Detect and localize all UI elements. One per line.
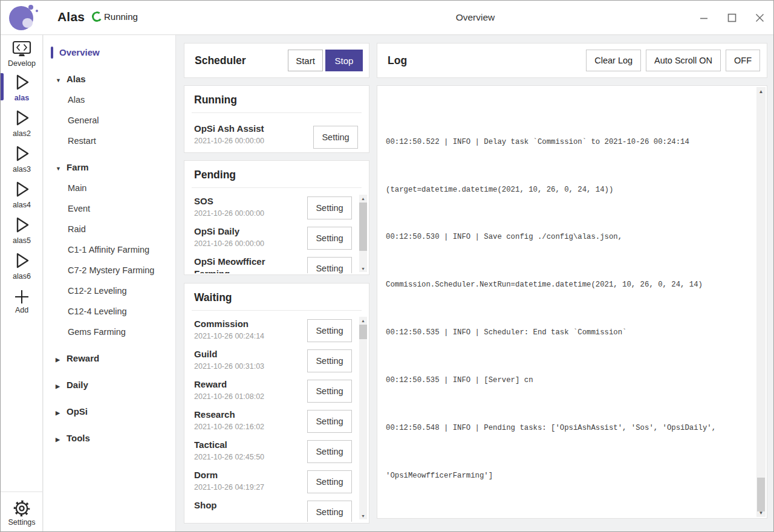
- maximize-button[interactable]: [718, 1, 746, 35]
- nav-item[interactable]: ▼Farm: [44, 157, 175, 178]
- task-setting-button[interactable]: Setting: [307, 440, 352, 463]
- log-line: Commission.Scheduler.NextRun=datetime.da…: [386, 279, 755, 291]
- task-row: Commission 2021-10-26 00:24:14 Setting: [194, 316, 354, 346]
- nav-item[interactable]: Restart: [44, 131, 175, 151]
- nav-item[interactable]: Main: [44, 178, 175, 198]
- task-row: Guild 2021-10-26 00:31:03 Setting: [194, 346, 354, 377]
- nav-item[interactable]: ▶Reward: [44, 348, 175, 369]
- waiting-scrollbar[interactable]: ▲ ▼: [359, 317, 367, 519]
- plus-icon: [13, 288, 30, 305]
- nav-item[interactable]: Overview: [44, 42, 175, 63]
- nav-item-label: Farm: [67, 162, 89, 172]
- rail-item-instance[interactable]: alas4: [1, 176, 43, 212]
- rail-item-develop[interactable]: Develop: [1, 35, 43, 69]
- waiting-task-list: Commission 2021-10-26 00:24:14 Setting G…: [194, 316, 354, 522]
- nav-item[interactable]: Event: [44, 198, 175, 219]
- pending-task-list: SOS 2021-10-26 00:00:00 Setting OpSi Dai…: [194, 193, 354, 273]
- window-title: Overview: [456, 12, 495, 23]
- task-name: SOS: [194, 193, 301, 207]
- rail-item-label: alas2: [13, 129, 31, 138]
- scheduler-stop-button[interactable]: Stop: [325, 50, 363, 71]
- maximize-icon: [727, 13, 737, 22]
- app-title: Alas: [57, 10, 85, 24]
- rail-item-instance[interactable]: alas3: [1, 140, 43, 176]
- log-output[interactable]: 00:12:50.522 | INFO | Delay task `Commis…: [386, 89, 755, 516]
- task-setting-button[interactable]: Setting: [307, 319, 352, 342]
- task-row: Reward 2021-10-26 01:08:02 Setting: [194, 377, 354, 407]
- nav-item[interactable]: C12-4 Leveling: [44, 301, 175, 322]
- rail-item-instance[interactable]: alas6: [1, 247, 43, 283]
- scroll-down-icon[interactable]: ▼: [359, 265, 367, 272]
- expand-arrow-icon: ▶: [56, 349, 67, 370]
- nav-item[interactable]: Gems Farming: [44, 322, 175, 342]
- scrollbar-thumb[interactable]: [757, 478, 765, 511]
- clear-log-button[interactable]: Clear Log: [586, 50, 641, 71]
- rail-item-instance[interactable]: alas5: [1, 212, 43, 247]
- task-setting-button[interactable]: Setting: [307, 470, 352, 493]
- rail-item-label: alas: [15, 94, 29, 102]
- nav-item-label: Main: [68, 183, 86, 193]
- scroll-up-icon[interactable]: ▲: [756, 87, 766, 96]
- logo-highlight: [22, 18, 33, 28]
- task-setting-button[interactable]: Setting: [307, 501, 352, 522]
- nav-item[interactable]: C7-2 Mystery Farming: [44, 260, 175, 281]
- scroll-up-icon[interactable]: ▲: [359, 317, 367, 324]
- nav-item[interactable]: ▶OpSi: [44, 401, 175, 422]
- scroll-up-icon[interactable]: ▲: [359, 195, 367, 202]
- play-icon: [11, 143, 33, 164]
- nav-item-label: C12-4 Leveling: [68, 307, 127, 316]
- scrollbar-thumb[interactable]: [359, 203, 367, 251]
- close-button[interactable]: [746, 1, 773, 35]
- nav-item[interactable]: General: [44, 110, 175, 131]
- autoscroll-off-button[interactable]: OFF: [726, 50, 760, 71]
- task-name: Dorm: [194, 467, 301, 481]
- play-icon: [11, 71, 33, 93]
- rail-item-label: alas3: [13, 165, 31, 174]
- nav-item[interactable]: ▼Alas: [44, 69, 175, 89]
- nav-item[interactable]: ▶Tools: [44, 428, 175, 449]
- nav-item[interactable]: C1-1 Affinity Farming: [44, 239, 175, 260]
- divider: [192, 310, 362, 311]
- logo-dot: [28, 5, 33, 10]
- task-setting-button[interactable]: Setting: [313, 126, 358, 149]
- rail-item-settings[interactable]: Settings: [1, 491, 43, 529]
- nav-item[interactable]: C12-2 Leveling: [44, 281, 175, 301]
- rail-item-label: alas4: [13, 201, 31, 209]
- scroll-down-icon[interactable]: ▼: [359, 512, 367, 519]
- log-title: Log: [388, 54, 586, 67]
- rail-item-instance[interactable]: alas: [1, 69, 43, 105]
- task-setting-button[interactable]: Setting: [307, 257, 352, 273]
- scheduler-title: Scheduler: [195, 54, 288, 67]
- log-panel-header: Log Clear Log Auto Scroll ON OFF: [377, 43, 767, 78]
- minimize-button[interactable]: [690, 1, 718, 35]
- task-row: Research 2021-10-26 02:16:02 Setting: [194, 407, 354, 437]
- autoscroll-on-button[interactable]: Auto Scroll ON: [646, 50, 721, 71]
- task-setting-button[interactable]: Setting: [307, 196, 352, 219]
- task-row: OpSi Ash Assist 2021-10-26 00:00:00 Sett…: [194, 121, 360, 151]
- nav-item[interactable]: Raid: [44, 219, 175, 239]
- scheduler-start-button[interactable]: Start: [288, 50, 323, 71]
- log-line: 00:12:50.530 | INFO | Save config ./conf…: [386, 232, 755, 244]
- gear-icon: [13, 499, 31, 517]
- nav-item-label: Daily: [67, 380, 88, 390]
- rail-item-label: Add: [15, 306, 28, 314]
- task-setting-button[interactable]: Setting: [307, 227, 352, 250]
- waiting-title: Waiting: [184, 284, 369, 310]
- task-name: OpSi Meowfficer Farming: [194, 254, 301, 273]
- rail-item-add[interactable]: Add: [1, 284, 43, 318]
- rail-item-label: alas6: [13, 272, 31, 281]
- log-scrollbar[interactable]: ▲ ▼: [756, 87, 766, 517]
- pending-scrollbar[interactable]: ▲ ▼: [359, 195, 367, 272]
- log-line: 00:12:50.522 | INFO | Delay task `Commis…: [386, 137, 755, 149]
- play-icon: [11, 214, 33, 236]
- task-setting-button[interactable]: Setting: [307, 410, 352, 433]
- scroll-down-icon[interactable]: ▼: [756, 508, 766, 517]
- nav-item[interactable]: Alas: [44, 89, 175, 110]
- task-setting-button[interactable]: Setting: [307, 349, 352, 372]
- instance-rail: Develop alas alas2: [1, 35, 43, 531]
- scrollbar-thumb[interactable]: [359, 325, 367, 339]
- pending-title: Pending: [184, 161, 369, 187]
- rail-item-instance[interactable]: alas2: [1, 105, 43, 140]
- task-setting-button[interactable]: Setting: [307, 380, 352, 403]
- nav-item[interactable]: ▶Daily: [44, 375, 175, 395]
